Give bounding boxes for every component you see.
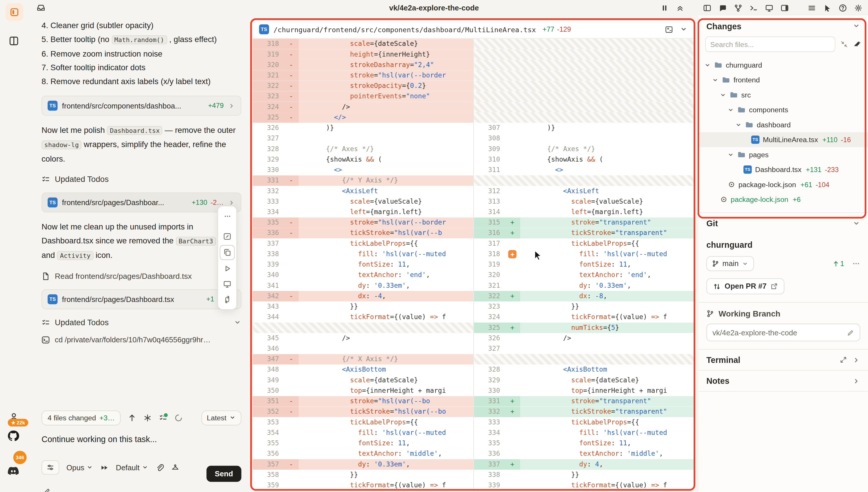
changes-header[interactable]: Changes (699, 16, 868, 36)
working-branch-input[interactable]: vk/4e2a-explore-the-code (706, 324, 860, 341)
file-chip-dashboard-page-2[interactable]: TS frontend/src/pages/Dashboard.tsx +1-5 (42, 289, 241, 309)
attach-icon[interactable] (156, 463, 164, 472)
git-section-header[interactable]: Git (699, 213, 868, 233)
tree-file-package-lock.json[interactable]: package-lock.json+61-104 (699, 177, 868, 192)
diff-row: 344 tickFormat={(value) => f324 tickForm… (253, 312, 695, 322)
notes-section-header[interactable]: Notes (699, 371, 868, 391)
chevron-down-icon[interactable] (680, 26, 688, 33)
diff-row: 352- tickStroke="hsl(var(--bo332+ tickSt… (253, 407, 695, 417)
inbox-tray-icon[interactable] (37, 3, 46, 12)
typescript-icon: TS (48, 101, 57, 110)
chevron-down-icon[interactable] (720, 92, 726, 98)
chevron-down-icon[interactable] (727, 106, 734, 113)
chevron-down-icon[interactable] (735, 122, 742, 128)
bird-icon[interactable] (853, 40, 862, 48)
read-file-row[interactable]: Read frontend/src/pages/Dashboard.tsx (42, 272, 241, 280)
tree-folder-dashboard[interactable]: dashboard (699, 117, 868, 132)
chevron-down-icon[interactable] (852, 22, 861, 30)
tree-folder-src[interactable]: src (699, 87, 868, 102)
edit-icon[interactable] (43, 487, 51, 492)
model-dropdown[interactable]: Opus (67, 463, 93, 472)
discord-count-badge: 346 (12, 450, 28, 465)
chevron-down-icon[interactable] (234, 319, 241, 326)
updated-todos-row-2[interactable]: Updated Todos (42, 318, 241, 327)
chevron-down-icon[interactable] (712, 77, 719, 83)
preview-button[interactable] (220, 277, 234, 291)
add-comment-button[interactable]: + (508, 250, 517, 259)
diff-row: 350 top={innerHeight + margi330 top={inn… (253, 386, 695, 396)
display-icon[interactable] (765, 3, 773, 12)
terminal-command-row[interactable]: cd /private/var/folders/10/h7w0q46556ggr… (42, 336, 241, 344)
search-files-input[interactable] (705, 36, 835, 52)
board-icon[interactable] (8, 35, 20, 46)
run-button[interactable] (220, 262, 234, 276)
file-chip-dashboard-component[interactable]: TS frontend/src/components/dashboa... +4… (42, 96, 241, 116)
diff-row: 340 textAnchor: 'end',320 textAnchor: 'e… (253, 270, 695, 280)
git-network-icon[interactable] (734, 3, 743, 12)
spark-icon[interactable] (143, 413, 152, 422)
open-pr-button[interactable]: Open PR #7 (706, 278, 784, 294)
diff-row: 348 <AxisBottom328 <AxisBottom (253, 365, 695, 375)
chat-paragraph: Now let me polish Dashboard.tsx — remove… (42, 123, 241, 166)
chevron-right-icon[interactable] (852, 356, 861, 364)
diff-row: 332 <AxisLeft312 <AxisLeft (253, 186, 695, 196)
tree-file-MultiLineArea.tsx[interactable]: TSMultiLineArea.tsx+110-16 (699, 132, 868, 147)
branch-dropdown[interactable]: main (706, 256, 754, 271)
files-changed-pill[interactable]: 4 files changed +3… (42, 410, 121, 425)
chevron-right-icon[interactable] (852, 377, 861, 385)
fast-forward-icon[interactable] (100, 463, 109, 472)
message-input[interactable]: Continue working on this task... (42, 434, 241, 443)
github-icon[interactable] (7, 429, 20, 443)
tree-file-package-lock.json[interactable]: package-lock.json+6 (699, 192, 868, 207)
diff-view-icon[interactable] (665, 25, 673, 34)
mode-dropdown[interactable]: Default (116, 463, 148, 472)
tree-file-Dashboard.tsx[interactable]: TSDashboard.tsx+131-233 (699, 162, 868, 177)
pointer-icon[interactable] (823, 3, 832, 12)
chat-settings-button[interactable] (42, 460, 59, 475)
terminal-icon[interactable] (750, 3, 758, 12)
app-logo[interactable] (5, 3, 23, 21)
terminal-section-header[interactable]: Terminal (699, 349, 868, 370)
chevron-right-icon (228, 102, 235, 109)
chat-messages[interactable]: 4. Cleaner grid (subtler opacity) 5. Bet… (42, 19, 241, 408)
working-branch-section: Working Branch vk/4e2a-explore-the-code (699, 302, 868, 349)
collapse-tree-icon[interactable] (840, 40, 848, 48)
more-options-icon[interactable] (852, 259, 861, 268)
file-chip-dashboard-page[interactable]: TS frontend/src/pages/Dashboar... +130-2… (42, 193, 241, 213)
send-button[interactable]: Send (206, 466, 241, 482)
annotate-button[interactable] (220, 229, 234, 243)
collapse-all-icon[interactable] (676, 3, 684, 12)
expand-icon[interactable] (840, 356, 847, 364)
todo-status-icon[interactable] (159, 413, 167, 422)
tree-folder-pages[interactable]: pages (699, 147, 868, 162)
chat-bubble-icon[interactable] (719, 3, 727, 12)
more-options-button[interactable] (220, 209, 234, 223)
copy-button[interactable] (220, 245, 235, 260)
updated-todos-row[interactable]: Updated Todos (42, 175, 241, 184)
panel-left-icon[interactable] (703, 3, 711, 12)
compare-button[interactable] (220, 293, 234, 306)
folder-icon (737, 105, 746, 114)
chat-paragraph: Now let me clean up the unused imports i… (42, 220, 241, 263)
tree-item-name: components (749, 105, 788, 114)
tree-folder-churnguard[interactable]: churnguard (699, 57, 868, 72)
integrations-icon[interactable] (171, 463, 180, 472)
edit-pencil-icon[interactable] (847, 329, 854, 336)
tree-folder-frontend[interactable]: frontend (699, 73, 868, 87)
settings-gear-icon[interactable] (854, 3, 863, 12)
external-link-icon (771, 282, 778, 290)
panel-right-icon[interactable] (781, 3, 789, 12)
arrow-up-icon[interactable] (128, 413, 137, 422)
chevron-down-icon[interactable] (727, 151, 734, 158)
diff-body[interactable]: 318- scale={dateScale}319- height={inner… (253, 39, 695, 489)
discord-icon[interactable] (7, 464, 20, 477)
pause-icon[interactable] (660, 3, 669, 12)
chat-list-item: 8. Remove redundant axis labels (x/y lab… (42, 75, 241, 89)
menu-icon[interactable] (807, 3, 816, 12)
chevron-down-icon[interactable] (852, 219, 861, 227)
tree-item-name: pages (749, 151, 769, 159)
chevron-down-icon[interactable] (704, 62, 711, 69)
help-icon[interactable] (839, 3, 847, 12)
latest-dropdown[interactable]: Latest (201, 410, 241, 425)
tree-folder-components[interactable]: components (699, 102, 868, 117)
